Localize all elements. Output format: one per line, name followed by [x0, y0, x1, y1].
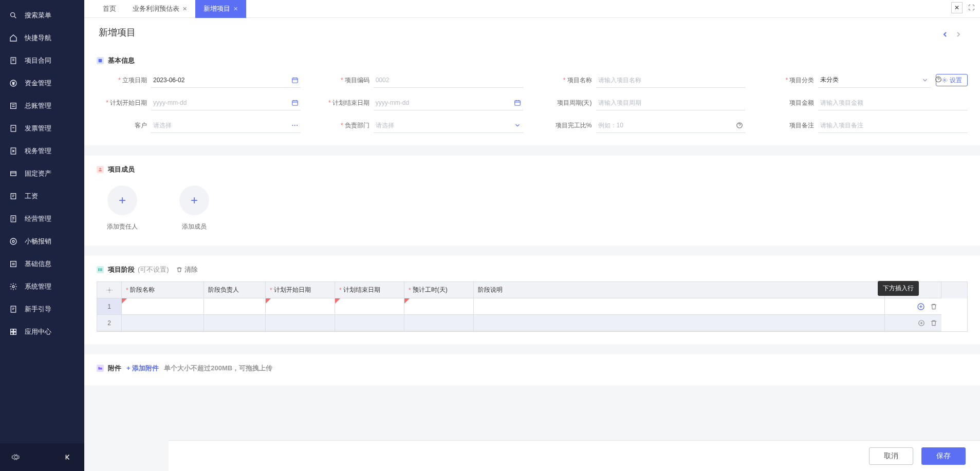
delete-row-button[interactable]: [930, 303, 937, 310]
close-panel-button[interactable]: ✕: [951, 2, 963, 13]
sidebar-label: 小畅报销: [25, 237, 51, 246]
user-badge-icon: [97, 166, 104, 173]
sidebar-item-ledger[interactable]: 总账管理: [0, 95, 84, 117]
sidebar-item-contract[interactable]: 项目合同: [0, 49, 84, 72]
phase-table: *阶段名称 阶段负责人 *计划开始日期 *计划结束日期 *预计工时(天) 阶段说…: [97, 281, 968, 332]
plan-start-input[interactable]: [151, 95, 301, 110]
sidebar-item-search[interactable]: 搜索菜单: [0, 4, 84, 27]
sidebar-item-apps[interactable]: 应用中心: [0, 321, 84, 343]
required-corner-icon: [335, 298, 340, 304]
insert-row-button[interactable]: [917, 303, 925, 311]
chevron-down-icon[interactable]: [921, 77, 929, 84]
code-input[interactable]: [374, 72, 523, 88]
phase-row-1[interactable]: 1 下方插入行: [97, 298, 967, 315]
add-attachment-button[interactable]: + 添加附件: [126, 364, 159, 373]
name-input[interactable]: [596, 72, 746, 88]
remark-input[interactable]: [818, 118, 968, 133]
settings-gear-icon[interactable]: [11, 453, 21, 462]
plan-end-input[interactable]: [374, 95, 523, 110]
category-select[interactable]: [818, 72, 931, 88]
calendar-icon[interactable]: [514, 99, 521, 106]
delete-row-button[interactable]: [930, 319, 937, 327]
cell-start[interactable]: [266, 298, 335, 315]
next-arrow-icon[interactable]: [955, 29, 961, 35]
sidebar-item-salary[interactable]: 工资: [0, 185, 84, 208]
help-icon[interactable]: [935, 76, 942, 85]
cancel-button[interactable]: 取消: [869, 447, 913, 465]
cell-name[interactable]: [122, 315, 204, 331]
sidebar-item-tax[interactable]: 税务管理: [0, 140, 84, 162]
dept-select[interactable]: [374, 118, 523, 133]
cell-start[interactable]: [266, 315, 335, 331]
tab-label: 新增项目: [204, 4, 230, 13]
label: 项目名称: [567, 77, 592, 84]
svg-point-48: [99, 168, 101, 169]
cell-hours[interactable]: [404, 298, 474, 315]
cell-desc[interactable]: [474, 298, 885, 315]
calendar-icon[interactable]: [291, 99, 299, 106]
sidebar-item-operate[interactable]: 经营管理: [0, 208, 84, 230]
close-icon[interactable]: ✕: [233, 6, 238, 12]
sidebar-label: 系统管理: [25, 282, 51, 291]
svg-rect-23: [11, 261, 16, 267]
collapse-icon[interactable]: [64, 453, 73, 462]
svg-point-26: [12, 286, 14, 288]
add-member-button[interactable]: +: [179, 185, 209, 215]
section-members-head: 项目成员: [97, 165, 968, 174]
sidebar-item-funds[interactable]: ¥ 资金管理: [0, 72, 84, 95]
cell-hours[interactable]: [404, 315, 474, 331]
cell-name[interactable]: [122, 298, 204, 315]
progress-input[interactable]: [596, 118, 746, 133]
sidebar-label: 搜索菜单: [25, 11, 51, 20]
clear-phases-button[interactable]: 清除: [176, 265, 198, 274]
add-owner-button[interactable]: +: [107, 185, 137, 215]
svg-rect-43: [514, 101, 520, 105]
cell-desc[interactable]: [474, 315, 885, 331]
tabbar: 首页 业务利润预估表✕ 新增项目✕: [84, 0, 980, 18]
sidebar-item-asset[interactable]: 固定资产: [0, 162, 84, 185]
customer-input[interactable]: [151, 118, 301, 133]
insert-row-button[interactable]: [918, 319, 925, 327]
period-input[interactable]: [596, 95, 746, 110]
th-hours: *预计工时(天): [404, 282, 474, 298]
svg-rect-29: [14, 329, 16, 332]
sidebar-item-system[interactable]: 系统管理: [0, 275, 84, 298]
cell-owner[interactable]: [204, 298, 266, 315]
field-progress: 项目完工比%: [542, 118, 746, 133]
amount-input[interactable]: [818, 95, 968, 110]
phase-row-2[interactable]: 2: [97, 315, 967, 331]
sidebar-item-invoice[interactable]: 发票管理: [0, 117, 84, 140]
close-icon[interactable]: ✕: [182, 6, 187, 12]
sidebar-item-reimburse[interactable]: 小畅报销: [0, 230, 84, 253]
save-button[interactable]: 保存: [921, 447, 966, 465]
svg-line-1: [14, 16, 16, 18]
help-icon[interactable]: [736, 122, 743, 129]
sidebar-item-home[interactable]: 快捷导航: [0, 27, 84, 49]
expand-icon[interactable]: ⛶: [966, 2, 977, 13]
label: 项目分类: [789, 77, 814, 84]
field-amount: 项目金额: [764, 95, 968, 110]
svg-rect-32: [99, 59, 102, 63]
info-icon: [9, 260, 17, 268]
cell-end[interactable]: [335, 298, 404, 315]
tab-home[interactable]: 首页: [95, 0, 124, 18]
sidebar-item-info[interactable]: 基础信息: [0, 253, 84, 275]
more-icon[interactable]: ···: [292, 122, 299, 129]
svg-point-38: [944, 80, 946, 81]
th-owner: 阶段负责人: [204, 282, 266, 298]
svg-point-52: [108, 289, 110, 291]
calendar-icon[interactable]: [291, 77, 299, 84]
add-member-label: 添加成员: [182, 222, 207, 231]
sidebar-item-guide[interactable]: 新手引导: [0, 298, 84, 321]
cell-end[interactable]: [335, 315, 404, 331]
label: 项目金额: [789, 99, 814, 106]
prev-arrow-icon[interactable]: [942, 29, 948, 35]
sidebar-list: 搜索菜单 快捷导航 项目合同 ¥ 资金管理 总账管理 发票管理: [0, 0, 84, 443]
chevron-down-icon[interactable]: [514, 122, 521, 129]
tab-new-project[interactable]: 新增项目✕: [195, 0, 246, 18]
tab-profit[interactable]: 业务利润预估表✕: [124, 0, 195, 18]
date-input[interactable]: [151, 72, 301, 88]
th-gear[interactable]: [97, 282, 122, 298]
cell-owner[interactable]: [204, 315, 266, 331]
sidebar-label: 新手引导: [25, 305, 51, 314]
